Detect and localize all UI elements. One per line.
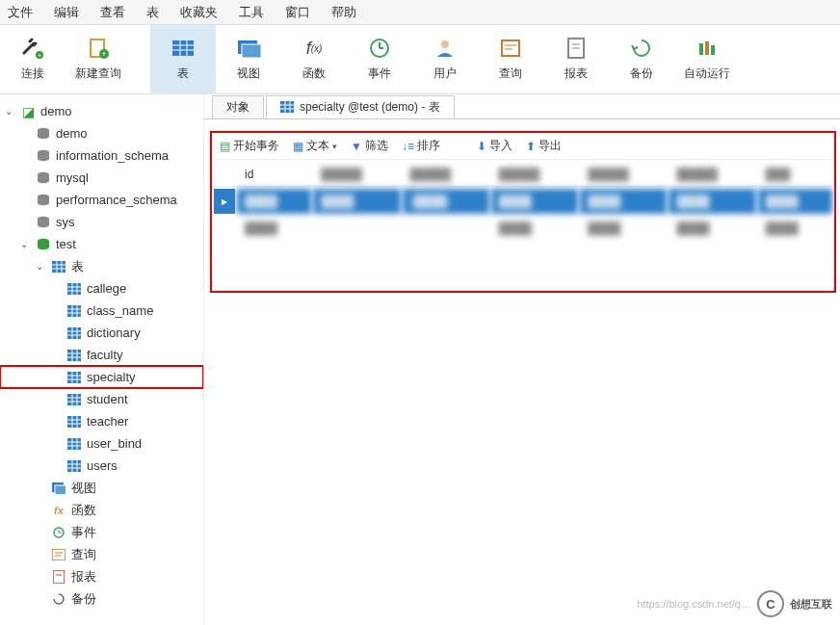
menu-file[interactable]: 文件	[8, 4, 33, 21]
cell[interactable]: ████	[580, 216, 667, 241]
cell[interactable]: ████	[758, 216, 832, 241]
column-header[interactable]: █████	[580, 162, 667, 187]
table-row[interactable]: ▸████████(████)████████████████	[214, 189, 832, 214]
events-group[interactable]: 事件	[0, 521, 203, 543]
menu-favorites[interactable]: 收藏夹	[180, 4, 218, 21]
views-group[interactable]: 视图	[0, 477, 203, 499]
table-node-specialty[interactable]: specialty	[0, 366, 203, 388]
db-node-information_schema[interactable]: information_schema	[0, 144, 203, 167]
new-query-button[interactable]: + 新建查询	[66, 25, 131, 94]
cell[interactable]: ████	[669, 216, 755, 241]
export-button[interactable]: ⬆导出	[526, 138, 562, 154]
begin-transaction-button[interactable]: ▤开始事务	[220, 138, 279, 154]
cell[interactable]: ████	[237, 216, 311, 241]
database-icon	[35, 147, 52, 165]
column-header[interactable]: id	[237, 162, 311, 187]
cell[interactable]: ████	[237, 189, 311, 214]
view-button[interactable]: 视图	[216, 25, 281, 94]
cell[interactable]: ████	[580, 189, 667, 214]
column-header[interactable]: █████	[669, 162, 755, 187]
table-icon	[66, 391, 83, 408]
table-row[interactable]: ████████████████████	[214, 216, 832, 241]
database-icon	[35, 125, 52, 143]
table-node-class_name[interactable]: class_name	[0, 299, 203, 322]
functions-group[interactable]: fx函数	[0, 499, 203, 521]
table-node-student[interactable]: student	[0, 388, 203, 410]
svg-rect-5	[172, 40, 194, 56]
query-button[interactable]: 查询	[478, 25, 543, 94]
table-node-users[interactable]: users	[0, 455, 203, 477]
function-button[interactable]: f(x) 函数	[281, 25, 347, 94]
menu-view[interactable]: 查看	[100, 4, 125, 21]
event-button[interactable]: 事件	[347, 25, 412, 94]
reports-group[interactable]: 报表	[0, 565, 203, 587]
cell[interactable]: ████	[758, 189, 832, 214]
data-grid[interactable]: id████████████████████████████ ▸████████…	[212, 160, 834, 243]
table-node-faculty[interactable]: faculty	[0, 344, 203, 366]
table-node-callege[interactable]: callege	[0, 277, 203, 299]
menu-table[interactable]: 表	[146, 4, 159, 21]
db-node-performance_schema[interactable]: performance_schema	[0, 189, 203, 211]
user-button[interactable]: 用户	[412, 25, 478, 94]
menu-tools[interactable]: 工具	[239, 4, 264, 21]
backup-icon	[50, 590, 67, 608]
svg-rect-76	[67, 460, 81, 472]
table-group-icon	[50, 258, 67, 275]
column-header[interactable]: █████	[403, 162, 489, 187]
cell[interactable]: ████	[491, 216, 578, 241]
tables-group[interactable]: ⌄表	[0, 255, 203, 277]
fx-icon: fx	[50, 502, 67, 519]
backups-group[interactable]: 备份	[0, 587, 203, 610]
column-header[interactable]: ███	[758, 162, 832, 187]
svg-rect-51	[67, 350, 81, 361]
watermark: https://blog.csdn.net/q… C 创想互联	[637, 590, 832, 617]
text-button[interactable]: ▦文本▾	[293, 138, 337, 154]
query-icon	[50, 546, 67, 563]
table-node-dictionary[interactable]: dictionary	[0, 322, 203, 344]
table-icon	[280, 101, 294, 115]
database-icon	[35, 236, 52, 253]
tab-specialty[interactable]: specialty @test (demo) - 表	[266, 95, 455, 118]
cell[interactable]: ████	[491, 189, 578, 214]
connection-button[interactable]: + 连接	[0, 25, 66, 94]
svg-rect-91	[280, 101, 294, 113]
row-pointer: ▸	[214, 189, 235, 214]
queries-group[interactable]: 查询	[0, 543, 203, 565]
svg-rect-86	[52, 549, 66, 560]
chevron-down-icon: ▾	[332, 142, 337, 151]
content-tabs: 对象 specialty @test (demo) - 表	[204, 94, 840, 119]
connection-node[interactable]: ⌄ ◪ demo	[0, 100, 203, 122]
db-node-demo[interactable]: demo	[0, 122, 203, 144]
db-node-mysql[interactable]: mysql	[0, 167, 203, 189]
backup-button[interactable]: 备份	[609, 25, 674, 94]
column-header[interactable]: █████	[313, 162, 400, 187]
db-node-sys[interactable]: sys	[0, 211, 203, 233]
autorun-button[interactable]: 自动运行	[674, 25, 740, 94]
menu-window[interactable]: 窗口	[285, 4, 310, 21]
filter-button[interactable]: ▼筛选	[351, 138, 388, 154]
menu-edit[interactable]: 编辑	[54, 4, 79, 21]
cell[interactable]: ████	[313, 189, 400, 214]
cell[interactable]: (████)	[403, 189, 489, 214]
cell[interactable]: ████	[669, 189, 755, 214]
content-area: 对象 specialty @test (demo) - 表 ▤开始事务 ▦文本▾…	[204, 94, 840, 625]
row-pointer-col	[214, 162, 235, 187]
table-node-user_bind[interactable]: user_bind	[0, 432, 203, 455]
table-icon	[66, 280, 83, 298]
fx-icon: f(x)	[301, 37, 328, 60]
data-panel: ▤开始事务 ▦文本▾ ▼筛选 ↓≡排序 ⬇导入 ⬆导出 id██████████…	[210, 131, 836, 293]
cell[interactable]	[313, 216, 400, 241]
menu-help[interactable]: 帮助	[331, 4, 356, 21]
import-button[interactable]: ⬇导入	[477, 138, 512, 154]
tab-objects[interactable]: 对象	[212, 95, 264, 118]
column-header[interactable]: █████	[491, 162, 578, 187]
sort-button[interactable]: ↓≡排序	[402, 138, 440, 154]
table-button[interactable]: 表	[150, 25, 216, 94]
cell[interactable]	[403, 216, 489, 241]
report-button[interactable]: 报表	[543, 25, 609, 94]
db-node-test[interactable]: ⌄test	[0, 233, 203, 255]
table-node-teacher[interactable]: teacher	[0, 410, 203, 432]
table-icon	[170, 37, 197, 60]
query-icon	[497, 37, 524, 60]
svg-rect-66	[67, 416, 81, 428]
